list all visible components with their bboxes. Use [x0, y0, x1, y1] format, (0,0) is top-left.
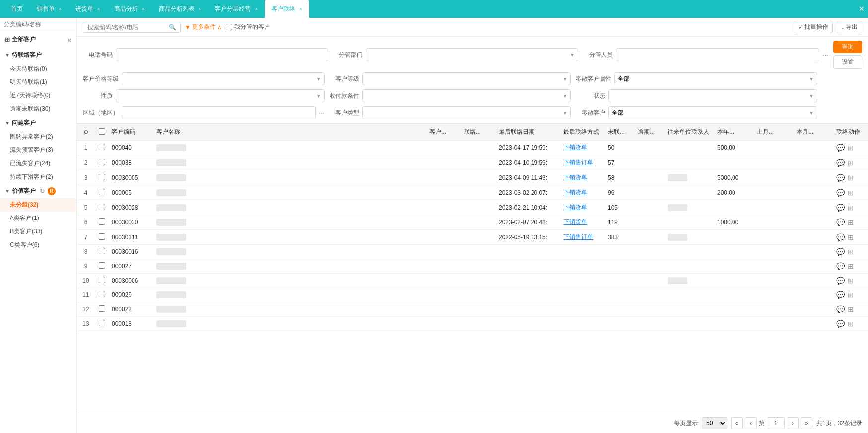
- dept-select[interactable]: ▼: [366, 48, 578, 61]
- row-checkbox-cell[interactable]: [95, 141, 109, 155]
- row-checkbox[interactable]: [99, 218, 105, 225]
- my-customers-checkbox[interactable]: [226, 24, 232, 30]
- last-way-link[interactable]: 下销货单: [563, 174, 587, 181]
- payment-select[interactable]: ▼: [362, 89, 571, 102]
- region-input[interactable]: [122, 106, 316, 119]
- sidebar-item-declining[interactable]: 持续下滑客户(2): [0, 170, 76, 184]
- last-page-button[interactable]: »: [801, 417, 812, 429]
- retail-attr-select[interactable]: 全部 ▼: [614, 72, 817, 85]
- row-checkbox[interactable]: [99, 291, 105, 297]
- row-checkbox-cell[interactable]: [95, 230, 109, 245]
- price-level-select[interactable]: ▼: [122, 72, 325, 85]
- row-checkbox[interactable]: [99, 159, 105, 165]
- row-checkbox[interactable]: [99, 144, 105, 150]
- search-icon[interactable]: 🔍: [169, 24, 176, 31]
- grid-action-icon[interactable]: ⊞: [848, 204, 854, 212]
- row-checkbox-cell[interactable]: [95, 274, 109, 288]
- close-icon[interactable]: ×: [97, 6, 100, 12]
- close-icon[interactable]: ×: [142, 6, 145, 12]
- grid-action-icon[interactable]: ⊞: [848, 277, 854, 285]
- sidebar-item-b-class[interactable]: B类客户(33): [0, 225, 76, 238]
- customer-type-select[interactable]: ▼: [362, 106, 571, 119]
- row-checkbox[interactable]: [99, 204, 105, 210]
- row-checkbox[interactable]: [99, 189, 105, 195]
- sidebar-section-pending[interactable]: ▼ 待联络客户: [0, 48, 76, 62]
- grid-action-icon[interactable]: ⊞: [848, 189, 854, 197]
- sidebar-section-value[interactable]: ▼ 价值客户 ↻ R: [0, 184, 76, 198]
- sidebar-item-tomorrow[interactable]: 明天待联络(1): [0, 75, 76, 89]
- sidebar-item-hoarding[interactable]: 囤购异常客户(2): [0, 130, 76, 144]
- last-way-link[interactable]: 下销售订单: [563, 233, 593, 240]
- row-checkbox-cell[interactable]: [95, 302, 109, 317]
- close-icon[interactable]: ×: [59, 6, 62, 12]
- row-checkbox-cell[interactable]: [95, 185, 109, 200]
- chat-icon[interactable]: 💬: [836, 189, 845, 197]
- tab-product-analysis[interactable]: 商品分析 ×: [107, 0, 152, 18]
- refresh-icon[interactable]: ↻: [40, 188, 45, 195]
- dots-icon[interactable]: ···: [319, 109, 325, 117]
- tab-product-analysis-list[interactable]: 商品分析列表 ×: [152, 0, 208, 18]
- last-way-link[interactable]: 下销售订单: [563, 159, 593, 166]
- close-icon[interactable]: ×: [255, 6, 258, 12]
- grid-action-icon[interactable]: ⊞: [848, 262, 854, 270]
- sidebar-item-overdue[interactable]: 逾期未联络(30): [0, 102, 76, 116]
- grid-action-icon[interactable]: ⊞: [848, 144, 854, 152]
- chat-icon[interactable]: 💬: [836, 204, 845, 212]
- tab-home[interactable]: 首页: [4, 0, 30, 18]
- settings-icon[interactable]: ⚙: [83, 129, 89, 136]
- nature-select[interactable]: ▼: [116, 89, 325, 102]
- chat-icon[interactable]: 💬: [836, 144, 845, 152]
- collapse-icon[interactable]: «: [67, 36, 71, 44]
- close-icon[interactable]: ×: [299, 6, 302, 12]
- row-checkbox-cell[interactable]: [95, 245, 109, 259]
- grid-action-icon[interactable]: ⊞: [848, 174, 854, 182]
- grid-action-icon[interactable]: ⊞: [848, 320, 854, 328]
- row-checkbox-cell[interactable]: [95, 170, 109, 185]
- status-select[interactable]: ▼: [608, 89, 817, 102]
- per-page-select[interactable]: 50 20 100: [702, 417, 727, 429]
- select-all-checkbox[interactable]: [99, 128, 105, 135]
- tab-sales[interactable]: 销售单 ×: [30, 0, 68, 18]
- row-checkbox[interactable]: [99, 320, 105, 326]
- sidebar-item-ungroup[interactable]: 未分组(32): [0, 198, 76, 212]
- chat-icon[interactable]: 💬: [836, 218, 845, 226]
- sidebar-item-churn-warn[interactable]: 流失预警客户(3): [0, 144, 76, 157]
- grid-action-icon[interactable]: ⊞: [848, 159, 854, 167]
- chat-icon[interactable]: 💬: [836, 248, 845, 256]
- sidebar-section-problem[interactable]: ▼ 问题客户: [0, 116, 76, 130]
- next-page-button[interactable]: ›: [787, 417, 799, 429]
- row-checkbox[interactable]: [99, 305, 105, 312]
- chat-icon[interactable]: 💬: [836, 233, 845, 241]
- close-icon[interactable]: ×: [199, 6, 201, 12]
- sidebar-item-7days[interactable]: 近7天待联络(0): [0, 89, 76, 102]
- more-conditions-button[interactable]: ▼ 更多条件 ∧: [185, 23, 222, 31]
- chat-icon[interactable]: 💬: [836, 305, 845, 313]
- search-box[interactable]: 🔍: [83, 22, 181, 33]
- row-checkbox[interactable]: [99, 174, 105, 180]
- tab-purchase[interactable]: 进货单 ×: [68, 0, 107, 18]
- customer-level-select[interactable]: ▼: [362, 72, 571, 85]
- first-page-button[interactable]: «: [731, 417, 743, 429]
- export-button[interactable]: ↓ 导出: [837, 21, 862, 33]
- grid-action-icon[interactable]: ⊞: [848, 218, 854, 226]
- row-checkbox[interactable]: [99, 277, 105, 283]
- row-checkbox[interactable]: [99, 262, 105, 269]
- row-checkbox-cell[interactable]: [95, 317, 109, 331]
- close-all-button[interactable]: ×: [859, 4, 864, 14]
- chat-icon[interactable]: 💬: [836, 291, 845, 299]
- last-way-link[interactable]: 下销货单: [563, 204, 587, 211]
- search-input[interactable]: [87, 24, 167, 31]
- row-checkbox-cell[interactable]: [95, 259, 109, 274]
- manager-input[interactable]: [616, 48, 819, 61]
- sidebar-item-a-class[interactable]: A类客户(1): [0, 212, 76, 225]
- chat-icon[interactable]: 💬: [836, 277, 845, 285]
- row-checkbox[interactable]: [99, 233, 105, 240]
- chat-icon[interactable]: 💬: [836, 320, 845, 328]
- prev-page-button[interactable]: ‹: [745, 417, 757, 429]
- batch-op-button[interactable]: ✓ 批量操作: [794, 21, 833, 33]
- sidebar-item-c-class[interactable]: C类客户(6): [0, 238, 76, 252]
- row-checkbox-cell[interactable]: [95, 200, 109, 215]
- chat-icon[interactable]: 💬: [836, 174, 845, 182]
- grid-action-icon[interactable]: ⊞: [848, 305, 854, 313]
- reset-button[interactable]: 设置: [833, 55, 862, 69]
